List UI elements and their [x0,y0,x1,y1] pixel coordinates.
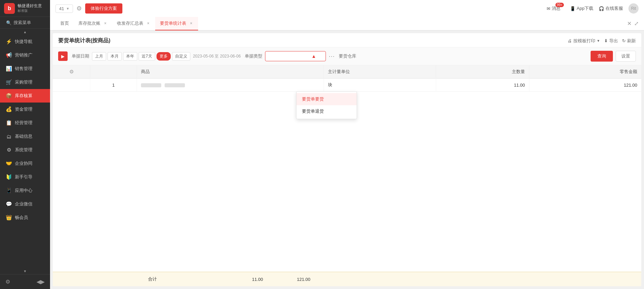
store-name: 41 [59,6,64,11]
tab-home[interactable]: 首页 [55,17,74,30]
sidebar-item-wechat[interactable]: 💬企业微信 [0,197,50,211]
query-btn[interactable]: 查询 [591,51,613,62]
type-filter-label: 单据类型 [245,53,262,59]
system-icon: ⚙ [5,147,12,153]
filter-expand-btn[interactable]: ▶ [58,51,68,61]
trial-btn[interactable]: 体验行业方案 [85,3,122,14]
app-download-icon: 📱 [570,6,575,11]
sidebar-item-purchase[interactable]: 🛒采购管理 [0,75,50,89]
sidebar-item-finance[interactable]: 💰资金管理 [0,103,50,116]
more-filters-icon[interactable]: ⋯ [329,52,335,60]
content-area: 要货单统计表(按商品) 🖨 按模板打印 ▼ ⬇ 导出 ↻ 刷新 [53,33,641,286]
tabs-end: ✕ ⤢ [627,20,639,27]
print-icon: 🖨 [568,38,572,43]
type-filter-group: 单据类型 ▲ ⋯ [245,51,335,61]
tab-batch-account[interactable]: 库存批次账 × [74,17,112,30]
col-settings: ⚙ [53,65,90,79]
export-btn[interactable]: ⬇ 导出 [604,38,618,44]
wechat-icon: 💬 [5,201,12,207]
col-settings-icon[interactable]: ⚙ [69,69,74,74]
tab-receive-summary[interactable]: 收发存汇总表 × [112,17,155,30]
tab-close-all-btn[interactable]: ✕ [627,20,631,27]
sidebar: b 畅捷通好生意 标准版 🔍 搜索菜单 ▲ ⚡快捷导航📢营销推广📊销售管理🛒采购… [0,0,50,289]
sidebar-item-sales[interactable]: 📊销售管理 [0,62,50,75]
sidebar-item-enterprise[interactable]: 🤝企业协同 [0,157,50,170]
nav-label-wechat: 企业微信 [15,201,32,207]
tab-batch-account-close[interactable]: × [103,21,108,26]
tab-batch-account-label: 库存批次账 [78,20,100,26]
collapse-icon[interactable]: ◀▶ [37,279,45,285]
col-unit: 主计量单位 [324,65,436,79]
app-download-item[interactable]: 📱 App下载 [570,5,593,12]
dropdown-item-order-return[interactable]: 要货单退货 [296,105,357,117]
settings-bottom-icon[interactable]: ⚙ [5,279,10,285]
store-selector[interactable]: 41 ▼ [55,4,73,13]
date-this-year-btn[interactable]: 本年 [123,52,137,61]
topbar-left: 41 ▼ ⚙ 体验行业方案 [55,3,122,14]
scroll-down-btn[interactable]: ▼ [0,268,50,274]
user-name: Rit [631,6,636,11]
nav-label-enterprise: 企业协同 [15,160,32,166]
basic-info-icon: 🗂 [5,134,12,139]
messages-item[interactable]: ✉ 消息 99+ [547,5,560,12]
nav-label-finance: 资金管理 [15,106,32,112]
quick-nav-icon: ⚡ [5,39,12,45]
sidebar-item-basic-info[interactable]: 🗂基础信息 [0,130,50,143]
tab-receive-summary-label: 收发存汇总表 [117,20,143,26]
table-row: 1 块 11.00 121.00 [53,79,641,92]
type-dropdown: 要货单要货 要货单退货 [296,91,357,119]
sidebar-item-app-center[interactable]: 📱应用中心 [0,184,50,197]
logo-sub: 标准版 [18,8,42,13]
sidebar-item-system[interactable]: ⚙系统管理 [0,143,50,157]
export-icon: ⬇ [604,38,608,43]
td-settings [53,79,90,92]
footer-total-amount: 121.00 [270,277,310,282]
settings-btn[interactable]: 设置 [616,51,636,62]
date-last-month-btn[interactable]: 上月 [92,52,106,61]
date-last-7days-btn[interactable]: 近7天 [139,52,155,61]
sidebar-item-inventory[interactable]: 📦库存核算 [0,89,50,103]
table-footer: 合计 11.00 121.00 [53,272,641,286]
warehouse-filter-group: 要货仓库 [339,53,356,59]
search-label: 搜索菜单 [14,20,31,26]
nav-label-system: 系统管理 [15,147,32,153]
tab-order-stats[interactable]: 要货单统计表 × [155,17,198,30]
user-profile[interactable]: Rit [628,3,639,14]
date-more-btn[interactable]: 更多 [157,52,171,61]
nav-label-guide: 新手引导 [15,174,32,180]
date-custom-btn[interactable]: 自定义 [172,52,190,61]
sidebar-item-member[interactable]: 👑畅会员 [0,211,50,224]
sidebar-item-guide[interactable]: 🔰新手引导 [0,170,50,184]
product-placeholder-1 [141,83,161,87]
td-seq: 1 [90,79,137,92]
tab-order-stats-label: 要货单统计表 [160,20,186,26]
dropdown-item-order-goods[interactable]: 要货单要货 [296,93,357,105]
page-header: 要货单统计表(按商品) 🖨 按模板打印 ▼ ⬇ 导出 ↻ 刷新 [53,33,641,47]
search-menu[interactable]: 🔍 搜索菜单 [0,17,50,29]
sidebar-item-marketing[interactable]: 📢营销推广 [0,48,50,62]
sales-icon: 📊 [5,66,12,72]
type-select-chevron-icon: ▲ [311,53,316,59]
filter-bar: ▶ 单据日期 上月 本月 本年 近7天 更多 自定义 2023-05-06 至 … [53,47,641,65]
date-this-month-btn[interactable]: 本月 [108,52,122,61]
tab-order-stats-close[interactable]: × [189,21,193,26]
td-unit: 块 [324,79,436,92]
tab-receive-summary-close[interactable]: × [146,21,150,26]
page-title: 要货单统计表(按商品) [58,37,111,44]
td-product [137,79,324,92]
col-amount: 零售金额 [529,65,641,79]
warehouse-label: 要货仓库 [339,53,356,59]
sidebar-item-business[interactable]: 📋经营管理 [0,116,50,130]
type-select[interactable]: ▲ [265,51,326,61]
nav-label-basic-info: 基础信息 [15,133,32,139]
print-btn[interactable]: 🖨 按模板打印 ▼ [568,38,600,44]
print-chevron-icon: ▼ [597,39,600,43]
expand-icon: ▶ [61,54,65,59]
tab-expand-btn[interactable]: ⤢ [634,20,639,27]
topbar-settings-icon[interactable]: ⚙ [76,5,82,12]
scroll-up-btn[interactable]: ▲ [0,29,50,35]
sidebar-item-quick-nav[interactable]: ⚡快捷导航 [0,35,50,48]
sidebar-logo: b 畅捷通好生意 标准版 [0,0,50,17]
online-service-item[interactable]: 🎧 在线客服 [599,5,623,12]
refresh-btn[interactable]: ↻ 刷新 [622,38,636,44]
